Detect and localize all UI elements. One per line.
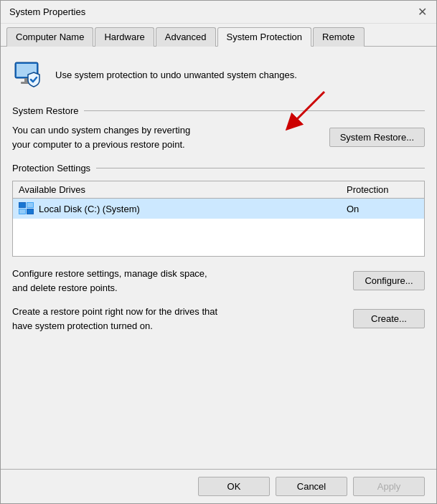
configure-button[interactable]: Configure... [353,271,425,290]
svg-rect-11 [19,209,25,214]
svg-rect-9 [19,203,25,207]
create-button[interactable]: Create... [353,309,425,328]
protection-settings-label: Protection Settings [12,163,425,173]
system-restore-description: You can undo system changes by reverting… [12,123,190,151]
configure-description: Configure restore settings, manage disk … [12,267,207,295]
tab-advanced[interactable]: Advanced [156,27,216,47]
table-header-row: Available Drives Protection [13,181,424,199]
tab-bar: Computer Name Hardware Advanced System P… [1,24,436,47]
apply-button[interactable]: Apply [353,477,425,496]
drive-name-cell: Local Disk (C:) (System) [19,202,347,215]
create-row: Create a restore point right now for the… [12,305,425,333]
bottom-bar: OK Cancel Apply [1,469,436,503]
system-restore-row: You can undo system changes by reverting… [12,123,425,151]
table-row[interactable]: Local Disk (C:) (System) On [13,199,424,219]
system-protection-icon [12,58,47,92]
svg-rect-10 [27,203,33,207]
drives-table: Available Drives Protection [12,181,425,257]
system-restore-section: System Restore You can undo system chang… [12,105,425,151]
tab-system-protection[interactable]: System Protection [217,27,312,47]
configure-row: Configure restore settings, manage disk … [12,267,425,295]
ok-button[interactable]: OK [198,477,270,496]
cancel-button[interactable]: Cancel [276,477,347,496]
tab-hardware[interactable]: Hardware [95,27,154,47]
header-description: Use system protection to undo unwanted s… [55,69,297,82]
create-description: Create a restore point right now for the… [12,305,217,333]
tab-content: Use system protection to undo unwanted s… [1,47,436,469]
system-restore-button[interactable]: System Restore... [329,128,425,147]
system-restore-button-wrapper: System Restore... [329,128,425,147]
header-section: Use system protection to undo unwanted s… [12,58,425,92]
drive-icon [19,202,34,215]
system-restore-label: System Restore [12,105,425,116]
drive-name: Local Disk (C:) (System) [39,204,140,214]
tab-computer-name[interactable]: Computer Name [6,27,93,47]
drive-protection-cell: On [347,204,418,214]
protection-settings-section: Protection Settings Available Drives Pro… [12,163,425,333]
header-available-drives: Available Drives [19,184,347,195]
header-protection: Protection [347,184,418,195]
table-body: Local Disk (C:) (System) On [13,199,424,256]
title-bar: System Properties ✕ [1,1,436,24]
tab-remote[interactable]: Remote [313,27,365,47]
system-properties-window: System Properties ✕ Computer Name Hardwa… [0,0,437,504]
window-title: System Properties [9,6,85,17]
svg-rect-12 [27,209,33,214]
header-svg-icon [12,58,47,92]
close-button[interactable]: ✕ [413,4,431,21]
